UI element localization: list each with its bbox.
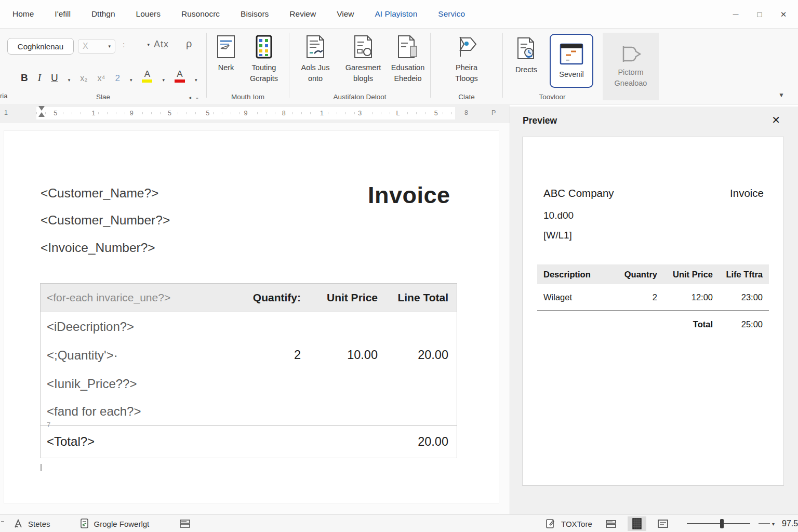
font-name-combo[interactable]: Coghknlenau (7, 38, 74, 55)
table-total-row: <Total?> 20.00 (41, 425, 457, 458)
underline-button[interactable]: U (51, 73, 58, 83)
document-pen-icon (546, 518, 557, 529)
minimize-button[interactable]: ─ (730, 10, 741, 19)
menu-bar: Home I'efill Dtthgn Louers Rusonocrc Bis… (0, 0, 798, 29)
italic-button[interactable]: I (38, 73, 41, 83)
document-title: Invoice (368, 182, 450, 209)
status-language-button[interactable]: Grogle Fowerlgt (79, 518, 150, 529)
preview-title: Preview (523, 115, 557, 126)
menu-view[interactable]: View (337, 9, 354, 19)
bold-button[interactable]: B (21, 73, 28, 83)
subscript-button[interactable]: x⁴ (98, 74, 105, 83)
garesmert-blogls-label: Garesmertblogls (345, 62, 381, 84)
drects-button[interactable]: Drects (506, 37, 547, 75)
clate-group-label: Clate (431, 93, 502, 101)
spacing-glyph: : (123, 40, 125, 49)
edusation-ehedeio-button[interactable]: EdusationEhedeio (386, 35, 430, 84)
status-stetes-button[interactable]: Stetes (14, 519, 50, 528)
zoom-slider-handle[interactable] (720, 519, 724, 528)
table-row: <iDeecription?> (41, 312, 457, 341)
sevenil-button-selected[interactable]: Sevenil (550, 34, 593, 88)
zoom-value: 97.5 (782, 519, 798, 528)
invoice-table: <for-each invarice_une?> Quantify: Unit … (40, 283, 457, 458)
banner-arrow-icon (619, 44, 642, 64)
clear-format-button[interactable]: ρ (186, 38, 192, 50)
web-layout-button[interactable] (654, 516, 672, 531)
print-layout-button[interactable] (628, 516, 646, 531)
font-group-label: Slae (0, 93, 206, 101)
status-display-button[interactable] (179, 519, 191, 528)
zoom-slider[interactable] (687, 523, 750, 524)
menu-home[interactable]: Home (12, 9, 34, 19)
strikethrough-button[interactable]: x₂ (80, 74, 87, 83)
text-effects-button[interactable]: 2 (115, 74, 119, 83)
menu-references[interactable]: Rusonocrc (181, 9, 220, 19)
menu-insert[interactable]: I'efill (55, 9, 71, 19)
horizontal-ruler: 1 5 1 9 5 5 9 8 1 3 L 5 8 P (0, 104, 510, 123)
preview-company: ABC Company (543, 187, 614, 200)
touting-gcrapits-button[interactable]: ToutingGcrapits (241, 35, 287, 84)
placeholder-customer-number: <Customer_Number?> (41, 213, 170, 228)
ruler-number: P (489, 109, 498, 116)
menu-ai-playiston[interactable]: AI Playiston (375, 9, 417, 19)
preview-panel: Preview ✕ ABC Company Invoice 10.d00 [W/… (510, 107, 798, 514)
menu-servico[interactable]: Servico (438, 9, 465, 19)
invoice-table-header: <for-each invarice_une?> Quantify: Unit … (41, 284, 457, 312)
ruler-number: 1 (2, 109, 10, 116)
pheira-tloogs-button[interactable]: PheiraTloogs (443, 35, 490, 84)
preview-invoice-title: Invoice (730, 187, 764, 200)
menu-design[interactable]: Dtthgn (91, 9, 115, 19)
table-row: <Iunik_Price??> (41, 369, 457, 398)
highlight-letter: A (144, 70, 150, 78)
document-page[interactable]: <Customer_Name?> Invoice <Customer_Numbe… (4, 131, 499, 503)
status-toxtore-button[interactable]: TOXTore (546, 518, 592, 529)
zoom-chevron-icon[interactable]: ▾ (772, 521, 775, 527)
aols-jus-onto-button[interactable]: Aols Jusonto (294, 35, 337, 84)
document-clock-icon (515, 37, 538, 61)
menu-layout[interactable]: Louers (136, 9, 161, 19)
zoom-dash (759, 523, 770, 524)
ribbon: ria Coghknlenau X ▾ : ▾ Atx ρ B I U ▾ x₂… (0, 29, 798, 104)
highlight-chevron-icon[interactable]: ▾ (162, 77, 165, 83)
read-mode-button[interactable] (602, 516, 620, 531)
preview-table-header: Description Quantry Unit Price Life Tftr… (537, 264, 769, 284)
window-controls: ─ □ ✕ (730, 0, 794, 29)
pictorm-gnealoao-button[interactable]: PictormGnealoao (603, 33, 659, 100)
menu-mailings[interactable]: Bisisors (241, 9, 269, 19)
preview-table-row: Wilaget 2 12:00 23:00 (537, 284, 769, 311)
maximize-button[interactable]: □ (754, 10, 765, 19)
austifalon-group: Aols Jusonto Garesmertblogls EdusationEh… (289, 29, 430, 104)
table-row: <fand for each?> (41, 398, 457, 425)
document-search-icon (352, 35, 375, 59)
ribbon-collapse-button[interactable]: ▼ (778, 91, 784, 99)
austifalon-group-label: Austifalon Deloot (289, 93, 430, 101)
menu-review[interactable]: Review (289, 9, 316, 19)
font-size-combo[interactable]: X ▾ (78, 39, 115, 54)
garesmert-blogls-button[interactable]: Garesmertblogls (339, 35, 387, 84)
window-template-icon (560, 43, 583, 65)
preview-close-button[interactable]: ✕ (772, 114, 780, 126)
underline-chevron-icon[interactable]: ▾ (68, 77, 71, 83)
preview-line-3: [W/L1] (543, 230, 572, 241)
clate-group: PheiraTloogs Clate (431, 29, 502, 104)
font-group: Coghknlenau X ▾ : ▾ Atx ρ B I U ▾ x₂ x⁴ … (0, 29, 206, 104)
close-button[interactable]: ✕ (778, 10, 789, 19)
text-effects-chevron-icon[interactable]: ▾ (130, 77, 132, 83)
status-toxtore-label: TOXTore (561, 520, 592, 528)
highlight-color-button[interactable]: A (142, 70, 152, 83)
document-signature-icon (304, 35, 327, 59)
font-color-chevron-icon[interactable]: ▾ (195, 77, 197, 83)
indent-marker[interactable] (38, 106, 45, 121)
font-group-dialog-launcher[interactable]: ◂ ₌ (189, 95, 200, 100)
status-bar: Stetes Grogle Fowerlgt TOXTore (0, 514, 798, 532)
ruler-number: 8 (462, 109, 470, 116)
nerk-button[interactable]: Nerk (208, 35, 244, 73)
preview-total-row: Total 25:00 (537, 311, 769, 338)
placeholder-customer-name: <Customer_Name?> (41, 186, 158, 201)
change-case-button[interactable]: Atx (154, 39, 169, 50)
status-stetes-label: Stetes (28, 520, 50, 528)
preview-document: ABC Company Invoice 10.d00 [W/L1] Descri… (522, 137, 784, 486)
spacing-combo[interactable]: : ▾ (123, 40, 150, 49)
font-color-button[interactable]: A (175, 70, 185, 83)
ruler-scale: 5 1 9 5 5 9 8 1 3 L 5 (36, 107, 455, 119)
